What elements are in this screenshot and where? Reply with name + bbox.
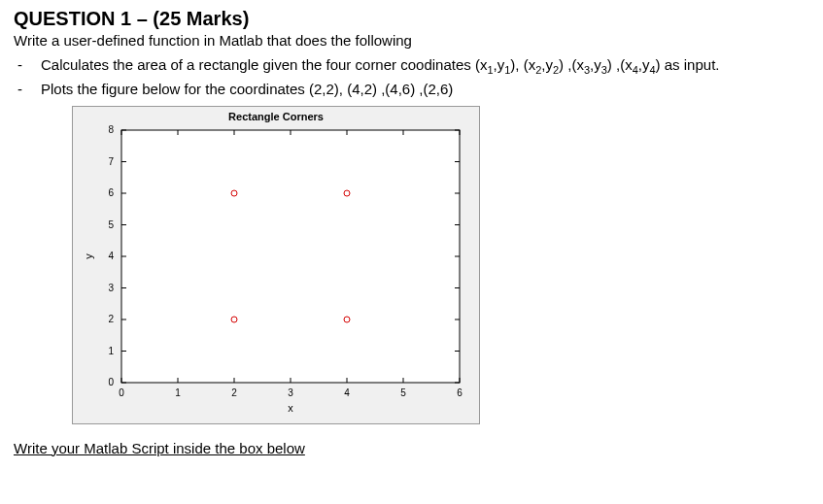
txt: ,y: [494, 56, 505, 73]
figure-panel: Rectangle Corners 0123456012345678xy: [72, 106, 480, 424]
figure-title: Rectangle Corners: [79, 111, 473, 122]
txt: ,y: [590, 56, 601, 73]
svg-text:2: 2: [231, 387, 237, 398]
scatter-plot: 0123456012345678xy: [79, 124, 471, 416]
intro-text: Write a user-defined function in Matlab …: [14, 32, 809, 49]
svg-text:4: 4: [344, 387, 350, 398]
txt: ), (x: [510, 56, 535, 73]
bullet-item: Calculates the area of a rectangle given…: [14, 54, 809, 79]
question-heading: QUESTION 1 – (25 Marks): [14, 8, 809, 30]
figure-container: Rectangle Corners 0123456012345678xy: [72, 106, 809, 424]
txt: ) ,(x: [607, 56, 633, 73]
svg-text:6: 6: [457, 387, 463, 398]
svg-text:5: 5: [400, 387, 406, 398]
svg-text:0: 0: [119, 387, 124, 398]
bullet1-text: Calculates the area of a rectangle given…: [41, 56, 487, 73]
svg-text:8: 8: [108, 124, 114, 135]
svg-text:x: x: [288, 402, 293, 414]
svg-text:1: 1: [175, 387, 181, 398]
svg-text:2: 2: [108, 314, 114, 324]
svg-text:6: 6: [108, 187, 114, 198]
svg-text:y: y: [83, 252, 94, 258]
txt: ) ,(x: [559, 56, 584, 73]
svg-text:0: 0: [108, 377, 114, 387]
svg-text:4: 4: [108, 251, 114, 261]
txt: ,y: [638, 56, 650, 73]
bullet-item: Plots the figure below for the coordinat…: [14, 79, 809, 100]
svg-text:7: 7: [108, 155, 114, 166]
svg-text:5: 5: [108, 218, 114, 229]
svg-text:3: 3: [108, 282, 114, 292]
svg-text:1: 1: [108, 345, 114, 355]
svg-rect-0: [121, 130, 460, 383]
txt: ) as input.: [656, 56, 720, 73]
txt: ,y: [541, 56, 553, 73]
instruction-text: Write your Matlab Script inside the box …: [14, 440, 809, 456]
svg-text:3: 3: [288, 387, 293, 398]
bullet-list: Calculates the area of a rectangle given…: [14, 54, 809, 100]
